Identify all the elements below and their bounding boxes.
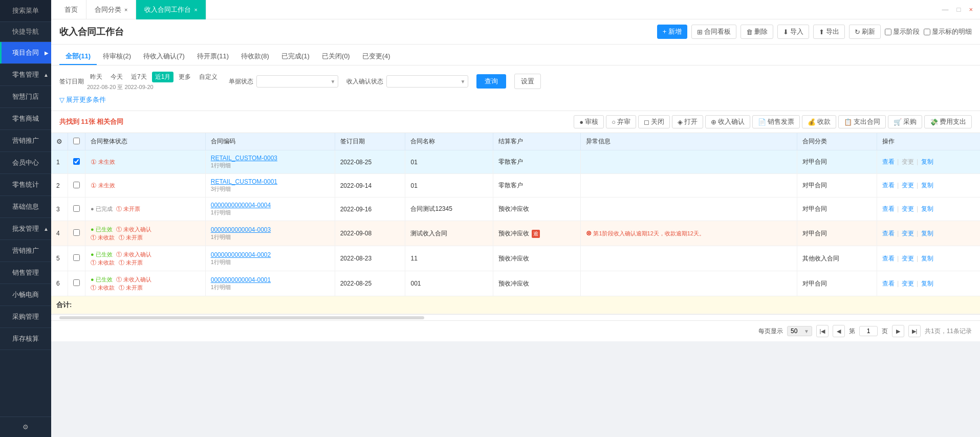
row3-copy-btn[interactable]: 复制 xyxy=(921,205,933,212)
sidebar-search[interactable]: 搜索菜单 xyxy=(0,0,51,22)
row6-copy-btn[interactable]: 复制 xyxy=(921,280,933,287)
row4-view-btn[interactable]: 查看 xyxy=(882,230,895,237)
sidebar-item-purchase-mgmt[interactable]: 采购管理 xyxy=(0,306,51,328)
row1-change-btn[interactable]: 变更 xyxy=(902,158,914,165)
row6-change-btn[interactable]: 变更 xyxy=(902,280,914,287)
new-button[interactable]: + 新增 xyxy=(657,25,687,39)
refresh-button[interactable]: ↻ 刷新 xyxy=(849,25,881,39)
row5-checkbox[interactable] xyxy=(68,246,85,271)
shortcut-more[interactable]: 更多 xyxy=(176,72,194,82)
sidebar-item-smart-store[interactable]: 智慧门店 xyxy=(0,86,51,108)
doc-status-select[interactable] xyxy=(256,75,338,88)
sidebar-item-retail-mgmt[interactable]: 零售管理 ▲ xyxy=(0,64,51,86)
row2-copy-btn[interactable]: 复制 xyxy=(921,182,933,189)
row2-checkbox[interactable] xyxy=(68,174,85,198)
col-settings[interactable]: ⚙ xyxy=(51,133,68,150)
row3-change-btn[interactable]: 变更 xyxy=(902,205,914,212)
row5-copy-btn[interactable]: 复制 xyxy=(921,255,933,262)
col-checkbox[interactable] xyxy=(68,133,85,150)
filter-tab-completed[interactable]: 已完成(1) xyxy=(275,49,316,65)
row5-view-btn[interactable]: 查看 xyxy=(882,255,895,262)
settings-button[interactable]: 设置 xyxy=(514,74,541,89)
sidebar-item-wholesale-mgmt[interactable]: 批发管理 ▲ xyxy=(0,218,51,240)
sidebar-item-retail-mall[interactable]: 零售商城 xyxy=(0,108,51,130)
row1-copy-btn[interactable]: 复制 xyxy=(921,158,933,165)
row4-code-link[interactable]: 0000000000004-0003 xyxy=(211,226,271,233)
shortcut-1month[interactable]: 近1月 xyxy=(152,72,174,82)
sidebar-item-marketing2[interactable]: 营销推广 xyxy=(0,240,51,262)
shortcut-today[interactable]: 今天 xyxy=(107,72,126,82)
page-size-select[interactable]: 10 20 50 100 xyxy=(787,326,812,336)
row3-view-btn[interactable]: 查看 xyxy=(882,205,895,212)
row6-checkbox[interactable] xyxy=(68,271,85,296)
toolbar-open-btn[interactable]: ◈ 打开 xyxy=(672,115,703,128)
toolbar-out-contract-btn[interactable]: 📋 支出合同 xyxy=(838,115,886,128)
filter-tab-closed[interactable]: 已关闭(0) xyxy=(316,49,356,65)
close-contract-category-tab[interactable]: × xyxy=(124,7,127,13)
shortcut-7days[interactable]: 近7天 xyxy=(128,72,150,82)
row5-code-link[interactable]: 0000000000004-0002 xyxy=(211,251,271,258)
toolbar-close-btn[interactable]: ◻ 关闭 xyxy=(638,115,670,128)
sidebar-quick-nav[interactable]: 快捷导航 xyxy=(0,22,51,42)
toolbar-expense-out-btn[interactable]: 💸 费用支出 xyxy=(924,115,972,128)
row6-view-btn[interactable]: 查看 xyxy=(882,280,895,287)
horizontal-scrollbar[interactable] xyxy=(59,316,424,319)
close-window-btn[interactable]: × xyxy=(967,6,975,13)
sidebar-item-retail-stats[interactable]: 零售统计 xyxy=(0,174,51,196)
page-prev-btn[interactable]: ◀ xyxy=(833,325,845,337)
row2-view-btn[interactable]: 查看 xyxy=(882,182,895,189)
delete-button[interactable]: 🗑 删除 xyxy=(741,25,773,39)
row1-checkbox[interactable] xyxy=(68,150,85,174)
tab-home[interactable]: 首页 xyxy=(56,0,86,19)
sidebar-item-marketing[interactable]: 营销推广 xyxy=(0,130,51,152)
page-input[interactable] xyxy=(859,326,878,336)
filter-tab-pending-invoice[interactable]: 待开票(11) xyxy=(191,49,235,65)
row4-checkbox[interactable] xyxy=(68,221,85,246)
tab-contract-category[interactable]: 合同分类 × xyxy=(86,0,136,19)
row2-change-btn[interactable]: 变更 xyxy=(902,182,914,189)
export-button[interactable]: ⬆ 导出 xyxy=(813,25,845,39)
page-last-btn[interactable]: ▶| xyxy=(908,325,921,337)
filter-tab-changed[interactable]: 已变更(4) xyxy=(356,49,397,65)
expand-conditions-btn[interactable]: ▽ 展开更多条件 xyxy=(59,95,972,104)
row6-code-link[interactable]: 0000000000004-0001 xyxy=(211,276,271,283)
show-detail-checkbox[interactable]: 显示标的明细 xyxy=(924,27,972,36)
toolbar-income-confirm-btn[interactable]: ⊕ 收入确认 xyxy=(705,115,750,128)
page-next-btn[interactable]: ▶ xyxy=(892,325,904,337)
toolbar-abandon-btn[interactable]: ○ 弃审 xyxy=(606,115,636,128)
row5-change-btn[interactable]: 变更 xyxy=(902,255,914,262)
filter-tab-pending-review[interactable]: 待审核(2) xyxy=(97,49,137,65)
toolbar-sales-invoice-btn[interactable]: 📄 销售发票 xyxy=(752,115,800,128)
sidebar-item-base-info[interactable]: 基础信息 xyxy=(0,196,51,218)
sidebar-item-project[interactable]: 项目合同 ▶ xyxy=(0,42,51,64)
row1-view-btn[interactable]: 查看 xyxy=(882,158,895,165)
row4-copy-btn[interactable]: 复制 xyxy=(921,230,933,237)
income-confirm-select[interactable] xyxy=(386,75,468,88)
sidebar-item-sales-mgmt[interactable]: 销售管理 xyxy=(0,262,51,284)
select-all-checkbox[interactable] xyxy=(73,138,80,144)
minimize-btn[interactable]: — xyxy=(940,6,951,13)
sidebar-item-xiaochu[interactable]: 小畅电商 xyxy=(0,284,51,306)
maximize-btn[interactable]: □ xyxy=(955,6,963,13)
import-button[interactable]: ⬇ 导入 xyxy=(777,25,809,39)
toolbar-review-btn[interactable]: ● 审核 xyxy=(574,115,604,128)
search-button[interactable]: 查询 xyxy=(476,74,506,89)
contract-board-button[interactable]: ⊞ 合同看板 xyxy=(691,25,736,39)
horizontal-scroll-area[interactable] xyxy=(51,314,980,320)
close-income-workbench-tab[interactable]: × xyxy=(194,7,197,13)
sidebar-settings[interactable]: ⚙ xyxy=(0,417,51,437)
show-segment-checkbox[interactable]: 显示阶段 xyxy=(885,27,920,36)
row3-checkbox[interactable] xyxy=(68,198,85,221)
filter-tab-pending-payment[interactable]: 待收款(8) xyxy=(235,49,275,65)
sidebar-item-inventory[interactable]: 库存核算 xyxy=(0,328,51,350)
row1-code-link[interactable]: RETAIL_CUSTOM-0003 xyxy=(211,155,277,162)
row2-code-link[interactable]: RETAIL_CUSTOM-0001 xyxy=(211,178,277,185)
shortcut-yesterday[interactable]: 昨天 xyxy=(87,72,105,82)
toolbar-payment-btn[interactable]: 💰 收款 xyxy=(802,115,836,128)
toolbar-purchase-btn[interactable]: 🛒 采购 xyxy=(888,115,922,128)
row4-change-btn[interactable]: 变更 xyxy=(902,230,914,237)
page-first-btn[interactable]: |◀ xyxy=(816,325,829,337)
sidebar-item-member[interactable]: 会员中心 xyxy=(0,152,51,174)
tab-income-workbench[interactable]: 收入合同工作台 × xyxy=(136,0,206,19)
filter-tab-pending-income-confirm[interactable]: 待收入确认(7) xyxy=(137,49,191,65)
